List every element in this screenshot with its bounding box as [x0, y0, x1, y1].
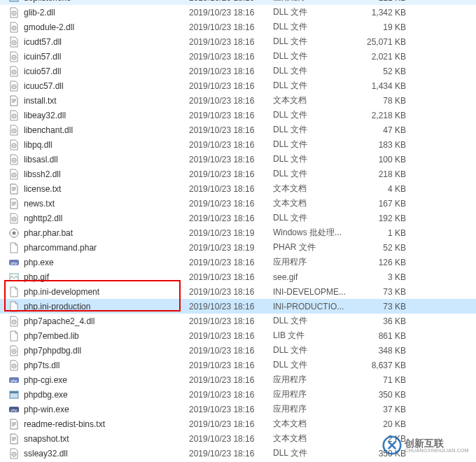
file-row[interactable]: readme-redist-bins.txt2019/10/23 18:16文本…	[0, 416, 476, 431]
file-size: 350 KB	[357, 390, 413, 400]
file-date: 2019/10/23 18:16	[189, 184, 273, 194]
file-row[interactable]: libeay32.dll2019/10/23 18:16DLL 文件2,218 …	[0, 108, 476, 122]
svg-point-21	[13, 160, 15, 161]
file-date: 2019/10/23 18:16	[189, 434, 273, 444]
file-type: 应用程序	[273, 388, 357, 400]
file-type: 文本文档	[273, 418, 357, 430]
file-date: 2019/10/23 18:16	[189, 405, 273, 414]
file-name: icuio57.dll	[24, 66, 189, 76]
file-type: LIB 文件	[273, 330, 357, 342]
page-file-icon	[8, 301, 20, 312]
file-name: icuuc57.dll	[24, 81, 189, 91]
file-type: DLL 文件	[273, 212, 357, 224]
page-file-icon	[8, 286, 20, 298]
phpw-file-icon: php	[8, 404, 20, 415]
file-name: libsasl.dll	[24, 155, 189, 164]
file-row[interactable]: deplister.exe2019/10/23 18:16应用程序111 KB	[0, 0, 476, 5]
svg-point-7	[13, 42, 15, 43]
dll-file-icon	[8, 316, 20, 327]
file-name: install.txt	[24, 96, 189, 106]
svg-point-23	[13, 174, 15, 176]
file-row[interactable]: phar.phar.bat2019/10/23 18:19Windows 批处理…	[0, 225, 476, 240]
file-row[interactable]: news.txt2019/10/23 18:16文本文档167 KB	[0, 196, 476, 211]
file-name: php.ini-development	[24, 287, 189, 297]
file-name: libeay32.dll	[24, 111, 189, 120]
file-type: 文本文档	[273, 183, 357, 195]
file-size: 2,218 KB	[357, 111, 413, 120]
file-row[interactable]: phpphp-cgi.exe2019/10/23 18:16应用程序71 KB	[0, 372, 476, 387]
svg-point-11	[13, 71, 15, 73]
file-size: 167 KB	[357, 199, 413, 209]
file-row[interactable]: glib-2.dll2019/10/23 18:16DLL 文件1,342 KB	[0, 5, 476, 20]
file-row[interactable]: php7ts.dll2019/10/23 18:16DLL 文件8,637 KB	[0, 358, 476, 372]
gif-file-icon	[8, 272, 20, 283]
file-type: DLL 文件	[273, 124, 357, 136]
file-row[interactable]: icuuc57.dll2019/10/23 18:16DLL 文件1,434 K…	[0, 78, 476, 93]
file-type: DLL 文件	[273, 6, 357, 18]
file-row[interactable]: libssh2.dll2019/10/23 18:16DLL 文件218 KB	[0, 167, 476, 181]
file-name: php.exe	[24, 258, 189, 267]
file-name: libssh2.dll	[24, 169, 189, 179]
file-date: 2019/10/23 18:16	[189, 155, 273, 164]
file-type: 文本文档	[273, 433, 357, 444]
file-row[interactable]: phpphp-win.exe2019/10/23 18:16应用程序37 KB	[0, 402, 476, 416]
file-size: 52 KB	[357, 243, 413, 253]
file-row[interactable]: gmodule-2.dll2019/10/23 18:16DLL 文件19 KB	[0, 20, 476, 34]
file-date: 2019/10/23 18:16	[189, 199, 273, 209]
file-row[interactable]: libsasl.dll2019/10/23 18:16DLL 文件100 KB	[0, 152, 476, 167]
file-type: DLL 文件	[273, 153, 357, 165]
file-size: 20 KB	[357, 419, 413, 429]
file-date: 2019/10/23 18:16	[189, 258, 273, 267]
file-type: 应用程序	[273, 256, 357, 268]
file-name: php-win.exe	[24, 405, 189, 414]
file-row[interactable]: icudt57.dll2019/10/23 18:16DLL 文件25,071 …	[0, 34, 476, 49]
file-row[interactable]: php7apache2_4.dll2019/10/23 18:16DLL 文件3…	[0, 314, 476, 328]
file-type: DLL 文件	[273, 109, 357, 121]
file-row[interactable]: icuio57.dll2019/10/23 18:16DLL 文件52 KB	[0, 64, 476, 78]
file-row[interactable]: php.ini-development2019/10/23 18:16INI-D…	[0, 284, 476, 299]
svg-rect-41	[10, 391, 18, 393]
dll-file-icon	[8, 22, 20, 33]
file-row[interactable]: php.gif2019/10/23 18:16see.gif3 KB	[0, 270, 476, 284]
file-date: 2019/10/23 18:16	[189, 214, 273, 223]
file-date: 2019/10/23 18:16	[189, 419, 273, 429]
file-list: deplister.exe2019/10/23 18:16应用程序111 KBg…	[0, 0, 476, 461]
file-size: 192 KB	[357, 214, 413, 223]
file-type: DLL 文件	[273, 50, 357, 62]
file-row[interactable]: pharcommand.phar2019/10/23 18:19PHAR 文件5…	[0, 240, 476, 255]
svg-point-35	[13, 351, 15, 352]
file-type: DLL 文件	[273, 359, 357, 371]
svg-point-37	[13, 365, 15, 367]
file-size: 183 KB	[357, 140, 413, 150]
file-row[interactable]: license.txt2019/10/23 18:16文本文档4 KB	[0, 181, 476, 196]
file-row[interactable]: php.ini-production2019/10/23 18:16INI-PR…	[0, 299, 476, 314]
file-row[interactable]: nghttp2.dll2019/10/23 18:16DLL 文件192 KB	[0, 211, 476, 225]
file-row[interactable]: php7phpdbg.dll2019/10/23 18:16DLL 文件348 …	[0, 343, 476, 358]
file-date: 2019/10/23 18:19	[189, 243, 273, 253]
file-row[interactable]: libenchant.dll2019/10/23 18:16DLL 文件47 K…	[0, 122, 476, 137]
svg-point-9	[13, 57, 15, 58]
file-row[interactable]: libpq.dll2019/10/23 18:16DLL 文件183 KB	[0, 137, 476, 152]
bat-file-icon	[8, 227, 20, 239]
file-type: 应用程序	[273, 374, 357, 386]
file-date: 2019/10/23 18:19	[189, 228, 273, 238]
php-file-icon: php	[8, 257, 20, 268]
svg-point-31	[11, 275, 13, 276]
file-size: 71 KB	[357, 375, 413, 385]
file-row[interactable]: phpphp.exe2019/10/23 18:16应用程序126 KB	[0, 255, 476, 270]
svg-point-5	[13, 27, 15, 29]
svg-text:php: php	[10, 260, 17, 265]
file-row[interactable]: php7embed.lib2019/10/23 18:16LIB 文件861 K…	[0, 328, 476, 343]
file-name: php7apache2_4.dll	[24, 316, 189, 326]
file-name: ssleay32.dll	[24, 449, 189, 458]
file-name: php.gif	[24, 272, 189, 282]
file-date: 2019/10/23 18:16	[189, 302, 273, 312]
dll-file-icon	[8, 345, 20, 356]
file-name: license.txt	[24, 184, 189, 194]
file-name: php7embed.lib	[24, 331, 189, 341]
file-row[interactable]: install.txt2019/10/23 18:16文本文档78 KB	[0, 93, 476, 108]
svg-point-45	[13, 454, 15, 455]
file-row[interactable]: icuin57.dll2019/10/23 18:16DLL 文件2,021 K…	[0, 49, 476, 64]
dll-file-icon	[8, 7, 20, 18]
file-row[interactable]: phpdbg.exe2019/10/23 18:16应用程序350 KB	[0, 387, 476, 402]
